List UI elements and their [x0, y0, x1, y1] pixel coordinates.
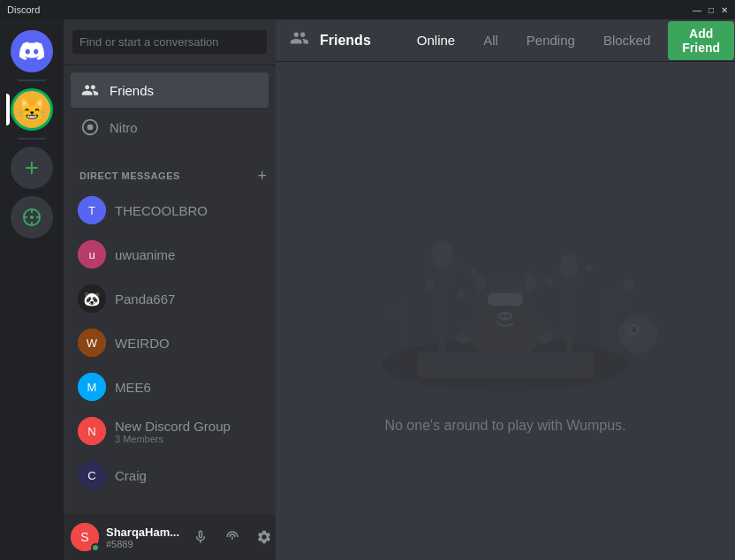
tab-all[interactable]: All — [473, 29, 509, 51]
svg-text:🐼: 🐼 — [83, 291, 101, 307]
tab-pending[interactable]: Pending — [516, 29, 586, 51]
nitro-label: Nitro — [110, 120, 138, 135]
dm-item-craig[interactable]: C Craig — [71, 454, 269, 496]
svg-text:N: N — [87, 425, 95, 438]
user-bar: S SharqaHam... #5889 — [64, 514, 276, 560]
dm-name-panda667: Panda667 — [115, 291, 175, 306]
svg-point-35 — [545, 276, 554, 285]
svg-point-44 — [475, 276, 486, 291]
server-icon-emoji[interactable]: 😸 — [11, 88, 53, 131]
server-icon-home[interactable] — [11, 30, 53, 72]
user-info: SharqaHam... #5889 — [106, 526, 179, 549]
svg-point-56 — [618, 314, 657, 353]
svg-rect-31 — [404, 303, 408, 352]
nav-item-friends[interactable]: Friends — [71, 72, 269, 108]
svg-text:u: u — [88, 248, 95, 261]
wumpus-illustration — [346, 188, 664, 400]
svg-point-51 — [506, 314, 511, 318]
friends-label: Friends — [110, 83, 154, 98]
user-avatar[interactable]: S — [71, 523, 99, 551]
deafen-button[interactable] — [218, 523, 246, 551]
svg-text:C: C — [87, 469, 95, 482]
wumpus-area: No one's around to play with Wumpus. — [346, 188, 664, 434]
dm-search-area — [64, 19, 276, 65]
tab-online[interactable]: Online — [406, 29, 466, 51]
dm-nav: Friends Nitro — [64, 65, 276, 154]
svg-point-38 — [623, 279, 635, 291]
mute-button[interactable] — [186, 523, 215, 551]
settings-button[interactable] — [250, 523, 278, 551]
main-content: Friends Online All Pending Blocked Add F… — [276, 19, 735, 560]
server-divider — [18, 79, 46, 81]
friends-icon — [80, 79, 101, 101]
avatar-thecoolbro: T — [78, 196, 106, 224]
svg-point-39 — [386, 307, 395, 316]
dm-name-thecoolbro: THECOOLBRO — [115, 203, 208, 218]
dm-sidebar: Friends Nitro DIRECT MESSAGES + — [64, 19, 276, 560]
svg-point-1 — [87, 125, 94, 131]
svg-point-55 — [539, 333, 553, 344]
svg-point-36 — [586, 264, 593, 271]
close-button[interactable]: ✕ — [721, 5, 728, 15]
maximize-button[interactable]: □ — [708, 5, 714, 15]
server-icon-explore[interactable] — [11, 196, 53, 238]
server-divider-2 — [18, 138, 46, 140]
svg-text:M: M — [87, 381, 97, 394]
friends-topbar-icon — [290, 28, 309, 52]
server-sidebar: 😸 + — [0, 19, 64, 560]
dm-item-newgroup[interactable]: N New Discord Group 3 Members — [71, 410, 269, 452]
dm-name-newgroup: New Discord Group — [115, 419, 231, 434]
dm-add-button[interactable]: + — [257, 168, 267, 184]
user-tag: #5889 — [106, 539, 179, 549]
top-bar: Friends Online All Pending Blocked Add F… — [276, 19, 735, 62]
dm-group-info: New Discord Group 3 Members — [115, 419, 231, 444]
friends-empty-state: No one's around to play with Wumpus. — [276, 62, 735, 560]
dm-item-panda667[interactable]: 🐼 Panda667 — [71, 277, 269, 320]
dm-item-thecoolbro[interactable]: T THECOOLBRO — [71, 189, 269, 231]
svg-point-37 — [616, 299, 625, 307]
svg-rect-30 — [607, 290, 612, 352]
dm-sub-newgroup: 3 Members — [115, 434, 231, 444]
avatar-weirdo: W — [78, 329, 106, 357]
titlebar-controls: — □ ✕ — [693, 5, 728, 15]
dm-name-craig: Craig — [115, 468, 147, 483]
app-body: 😸 + Friends — [0, 19, 735, 560]
nav-item-nitro[interactable]: Nitro — [71, 110, 269, 145]
top-bar-title: Friends — [320, 33, 371, 49]
dm-name-mee6: MEE6 — [115, 380, 151, 395]
avatar-newgroup: N — [78, 417, 106, 445]
user-actions — [186, 523, 278, 551]
svg-rect-48 — [488, 293, 523, 306]
dm-section-header: DIRECT MESSAGES + — [64, 154, 276, 189]
svg-point-32 — [457, 290, 466, 299]
svg-point-58 — [632, 326, 637, 333]
active-indicator — [6, 94, 10, 125]
search-input[interactable] — [72, 30, 267, 54]
svg-point-29 — [560, 254, 578, 276]
username: SharqaHam... — [106, 526, 179, 539]
titlebar-title: Discord — [7, 4, 40, 15]
user-status-indicator — [91, 543, 100, 552]
server-icon-add[interactable]: + — [11, 147, 53, 189]
dm-item-weirdo[interactable]: W WEIRDO — [71, 322, 269, 364]
dm-item-uwuanime[interactable]: u uwuanime — [71, 233, 269, 276]
dm-item-mee6[interactable]: M MEE6 — [71, 366, 269, 408]
add-friend-button[interactable]: Add Friend — [668, 21, 734, 60]
dm-name-weirdo: WEIRDO — [115, 336, 170, 351]
tab-blocked[interactable]: Blocked — [593, 29, 661, 51]
svg-point-54 — [456, 333, 470, 344]
svg-point-49 — [498, 312, 512, 321]
avatar-craig: C — [78, 461, 106, 489]
svg-text:T: T — [88, 204, 95, 217]
svg-point-45 — [525, 276, 535, 291]
titlebar: Discord — □ ✕ — [0, 0, 735, 19]
dm-list: T THECOOLBRO u uwuanime — [64, 189, 276, 514]
avatar-mee6: M — [78, 373, 106, 401]
svg-point-50 — [501, 314, 505, 318]
svg-point-34 — [425, 280, 436, 291]
dm-name-uwuanime: uwuanime — [115, 247, 175, 262]
empty-state-text: No one's around to play with Wumpus. — [384, 418, 625, 434]
avatar-uwuanime: u — [78, 240, 106, 269]
svg-text:W: W — [87, 337, 98, 350]
minimize-button[interactable]: — — [693, 5, 701, 15]
